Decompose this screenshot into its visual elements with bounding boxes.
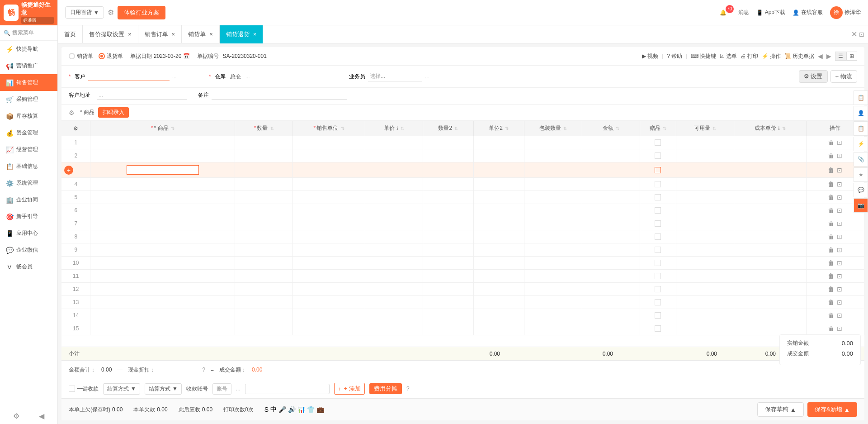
remark-input[interactable] [212, 91, 347, 100]
gift-cell[interactable] [640, 296, 676, 309]
available-cell[interactable] [676, 191, 734, 204]
delete-icon[interactable]: 🗑 [828, 259, 834, 267]
unit-cell[interactable] [293, 296, 365, 309]
gift-cell[interactable] [640, 257, 676, 270]
sidebar-item-shortcut[interactable]: ⚡ 快捷导航 [0, 41, 57, 57]
delete-icon[interactable]: 🗑 [828, 139, 834, 146]
sidebar-settings-icon[interactable]: ⚙ [13, 412, 19, 420]
mini-btn-5[interactable]: 📎 [854, 152, 868, 167]
delete-icon[interactable]: 🗑 [828, 299, 834, 306]
unit-cell[interactable] [293, 243, 365, 257]
gift-checkbox[interactable] [655, 167, 661, 173]
gift-checkbox[interactable] [655, 312, 661, 319]
amount-cell[interactable] [582, 322, 640, 335]
amount-input[interactable] [245, 384, 330, 394]
sidebar-item-enterprise[interactable]: 🏢 企业协同 [0, 191, 57, 208]
delete-icon[interactable]: 🗑 [828, 207, 834, 214]
gift-cell[interactable] [640, 309, 676, 322]
qty2-cell[interactable] [423, 136, 473, 149]
im-icon-3[interactable]: 🎤 [278, 406, 286, 413]
unit2-cell[interactable] [473, 204, 524, 217]
amount-cell[interactable] [582, 217, 640, 230]
pack-qty-cell[interactable] [524, 178, 582, 191]
unit-cell[interactable] [293, 136, 365, 149]
gift-checkbox[interactable] [655, 286, 661, 292]
sidebar-item-basic[interactable]: 📋 基础信息 [0, 158, 57, 175]
im-icon-1[interactable]: S [264, 406, 269, 413]
im-icon-5[interactable]: 📊 [297, 406, 305, 413]
unit2-cell[interactable] [473, 270, 524, 283]
amount-cell[interactable] [582, 270, 640, 283]
unit-cell[interactable] [293, 149, 365, 162]
pack-qty-cell[interactable] [524, 270, 582, 283]
mini-btn-7[interactable]: 💬 [854, 183, 868, 197]
gift-sort-icon[interactable]: ⇅ [663, 126, 666, 131]
product-sort-icon[interactable]: ⇅ [171, 126, 175, 131]
copy-icon[interactable]: ⊡ [837, 152, 842, 159]
gift-cell[interactable] [640, 136, 676, 149]
trial-button[interactable]: 体验行业方案 [118, 6, 165, 19]
tab-close-sales-return[interactable]: × [253, 31, 257, 38]
sidebar-item-operations[interactable]: 📈 经营管理 [0, 141, 57, 158]
price-cell[interactable] [365, 204, 423, 217]
tab-close-sales-delivery[interactable]: × [209, 31, 213, 38]
im-icon-7[interactable]: 💼 [316, 406, 324, 413]
qty2-cell[interactable] [423, 296, 473, 309]
im-icon-6[interactable]: 👕 [307, 406, 315, 413]
available-cell[interactable] [676, 309, 734, 322]
price-cell[interactable] [365, 243, 423, 257]
gift-cell[interactable] [640, 322, 676, 335]
cost-price-cell[interactable] [734, 204, 807, 217]
gift-checkbox[interactable] [655, 247, 661, 253]
delete-icon[interactable]: 🗑 [828, 181, 834, 188]
mini-btn-3[interactable]: 📋 [854, 121, 868, 136]
copy-icon[interactable]: ⊡ [837, 246, 842, 253]
pack-qty-cell[interactable] [524, 296, 582, 309]
customer-dots[interactable]: ... [172, 73, 177, 80]
unit-cell[interactable] [293, 230, 365, 243]
copy-icon[interactable]: ⊡ [837, 220, 842, 227]
sidebar-item-finance[interactable]: 💰 资金管理 [0, 124, 57, 141]
cost-info-icon[interactable]: ℹ [778, 126, 780, 131]
user-item[interactable]: 徐 徐泽华 [830, 6, 861, 19]
unit-cell[interactable] [293, 270, 365, 283]
amount-cell[interactable] [582, 204, 640, 217]
product-cell[interactable] [90, 270, 235, 283]
unit-cell[interactable] [293, 322, 365, 335]
available-cell[interactable] [676, 204, 734, 217]
unit2-cell[interactable] [473, 149, 524, 162]
settlement-select[interactable]: 结算方式 ▼ [103, 383, 140, 395]
pack-qty-cell[interactable] [524, 322, 582, 335]
pack-qty-cell[interactable] [524, 257, 582, 270]
gift-cell[interactable] [640, 149, 676, 162]
address-input[interactable]: ... [97, 91, 187, 100]
copy-icon[interactable]: ⊡ [837, 259, 842, 267]
delete-icon[interactable]: 🗑 [828, 286, 834, 293]
amount-dots[interactable]: ... [236, 386, 241, 392]
available-cell[interactable] [676, 257, 734, 270]
qty-cell[interactable] [235, 217, 293, 230]
qty-cell[interactable] [235, 243, 293, 257]
table-view-btn[interactable]: ☰ [835, 52, 846, 61]
product-cell[interactable] [90, 149, 235, 162]
price-cell[interactable] [365, 149, 423, 162]
qty-cell[interactable] [235, 322, 293, 335]
gift-checkbox[interactable] [655, 220, 661, 227]
calc-method-select[interactable]: 结算方式 ▼ [145, 383, 182, 395]
product-cell[interactable] [90, 204, 235, 217]
gift-cell[interactable] [640, 204, 676, 217]
qty-cell[interactable] [235, 270, 293, 283]
copy-icon[interactable]: ⊡ [837, 286, 842, 293]
account-select[interactable]: 账号 [212, 383, 231, 395]
gift-checkbox[interactable] [655, 194, 661, 200]
history-action[interactable]: 📜 历史单据 [784, 52, 814, 60]
pack-qty-cell[interactable] [524, 217, 582, 230]
price-cell[interactable] [365, 230, 423, 243]
available-cell[interactable] [676, 283, 734, 296]
tab-sales-return[interactable]: 销货退货 × [220, 25, 264, 43]
cost-price-cell[interactable] [734, 230, 807, 243]
mini-btn-6[interactable]: ★ [854, 167, 868, 182]
next-arrow[interactable]: ▶ [826, 52, 831, 60]
pack-qty-cell[interactable] [524, 230, 582, 243]
copy-icon[interactable]: ⊡ [837, 181, 842, 188]
